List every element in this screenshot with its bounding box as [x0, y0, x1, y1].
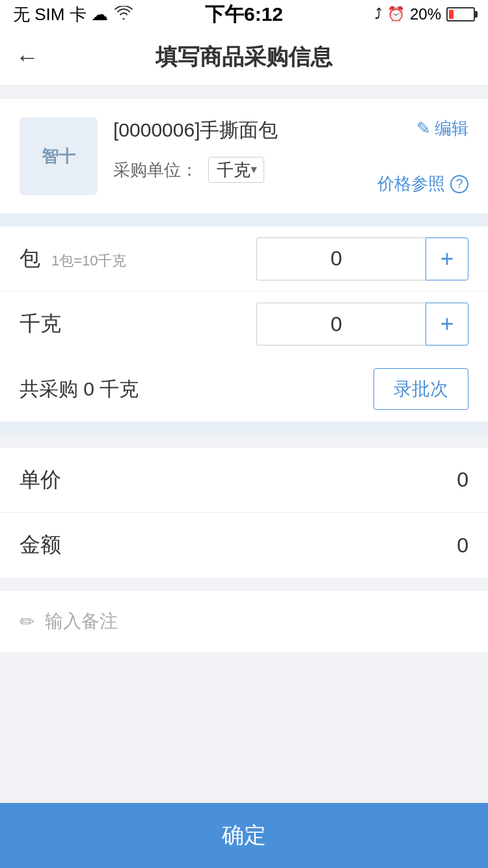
help-icon: ?: [450, 175, 468, 193]
location-icon: ⤴: [375, 6, 382, 23]
product-name: [0000006]手撕面包: [113, 117, 468, 144]
pencil-icon: ✏: [20, 611, 34, 632]
back-button[interactable]: ←: [16, 44, 39, 71]
amount-value: 0: [457, 534, 468, 558]
unit-price-row: 单价 0: [0, 448, 488, 513]
kg-input[interactable]: [256, 303, 426, 346]
price-ref-label: 价格参照: [377, 172, 445, 195]
wifi-icon: [115, 5, 133, 25]
amount-row: 金额 0: [0, 513, 488, 578]
kg-input-row: 千克 +: [0, 292, 488, 357]
status-right: ⤴ ⏰ 20%: [375, 5, 475, 23]
section-divider-2: [0, 422, 488, 435]
bag-sublabel: 1包=10千克: [51, 252, 127, 269]
kg-input-wrapper: +: [256, 303, 468, 346]
confirm-button[interactable]: 确定: [0, 803, 488, 868]
unit-select[interactable]: 千克 包 件: [208, 157, 264, 183]
bag-input-wrapper: +: [256, 237, 468, 280]
product-logo: 智十: [42, 145, 75, 168]
bag-input-row: 包 1包=10千克 +: [0, 226, 488, 292]
unit-price-value: 0: [457, 468, 468, 492]
unit-label: 采购单位：: [113, 159, 198, 182]
kg-label: 千克: [20, 310, 256, 338]
input-section: 包 1包=10千克 + 千克 +: [0, 226, 488, 357]
status-time: 下午6:12: [205, 1, 283, 28]
battery-icon: [446, 7, 475, 21]
unit-price-label: 单价: [20, 466, 61, 495]
sim-status: 无 SIM 卡 ☁: [13, 3, 108, 26]
edit-button[interactable]: ✎ 编辑: [416, 117, 468, 140]
status-left: 无 SIM 卡 ☁: [13, 3, 133, 26]
product-card: 智十 [0000006]手撕面包 采购单位： 千克 包 件 ✎ 编辑 价格参照 …: [0, 99, 488, 213]
price-ref-button[interactable]: 价格参照 ?: [377, 172, 468, 195]
page-title: 填写商品采购信息: [156, 42, 332, 72]
bag-input[interactable]: [256, 237, 426, 280]
kg-plus-button[interactable]: +: [426, 303, 468, 346]
unit-select-wrapper[interactable]: 千克 包 件: [208, 157, 264, 183]
notes-placeholder: 输入备注: [45, 609, 118, 634]
amount-label: 金额: [20, 531, 61, 560]
batch-button[interactable]: 录批次: [373, 368, 468, 410]
edit-label: 编辑: [435, 117, 468, 140]
battery-percent: 20%: [410, 5, 441, 23]
bag-label: 包 1包=10千克: [20, 245, 256, 273]
status-bar: 无 SIM 卡 ☁ 下午6:12 ⤴ ⏰ 20%: [0, 0, 488, 29]
notes-section[interactable]: ✏ 输入备注: [0, 591, 488, 652]
nav-bar: ← 填写商品采购信息: [0, 29, 488, 86]
info-section: 单价 0 金额 0: [0, 448, 488, 578]
section-divider-1: [0, 213, 488, 226]
summary-row: 共采购 0 千克 录批次: [0, 357, 488, 422]
bag-plus-button[interactable]: +: [426, 237, 468, 280]
alarm-icon: ⏰: [387, 6, 405, 23]
summary-text: 共采购 0 千克: [20, 376, 139, 403]
product-image: 智十: [20, 117, 98, 195]
edit-icon: ✎: [416, 118, 431, 139]
